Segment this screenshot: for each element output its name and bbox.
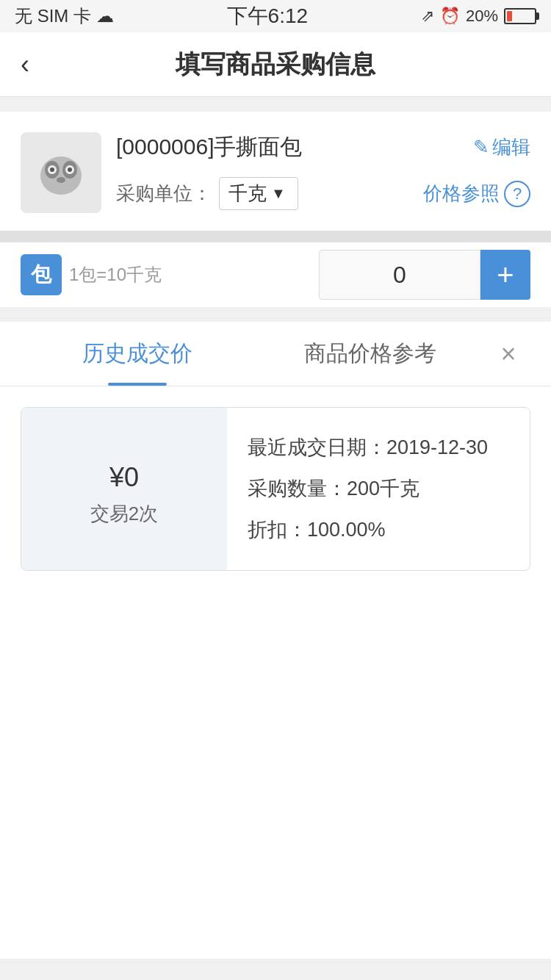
status-left: 无 SIM 卡 ☁ <box>15 4 114 28</box>
nav-bar: ‹ 填写商品采购信息 <box>0 32 551 97</box>
page-title: 填写商品采购信息 <box>176 48 375 82</box>
svg-point-7 <box>57 177 65 183</box>
bottom-fill <box>0 591 551 959</box>
unit-value: 千克 <box>228 181 267 206</box>
discount-row: 折扣：100.00% <box>248 516 509 544</box>
recent-date-label: 最近成交日期： <box>248 436 386 458</box>
section-divider <box>0 231 551 242</box>
svg-point-6 <box>68 167 72 172</box>
unit-label: 采购单位： 千克 ▼ <box>116 177 298 210</box>
recent-date-value: 2019-12-30 <box>386 436 488 458</box>
dropdown-icon: ▼ <box>271 185 286 202</box>
tab-history-label: 历史成交价 <box>82 339 192 369</box>
battery-icon <box>504 8 536 24</box>
product-card: [0000006]手撕面包 ✎ 编辑 采购单位： 千克 ▼ 价格参照 ? <box>0 112 551 231</box>
product-info: [0000006]手撕面包 ✎ 编辑 采购单位： 千克 ▼ 价格参照 ? <box>116 132 530 210</box>
edit-icon: ✎ <box>473 136 489 159</box>
edit-button[interactable]: ✎ 编辑 <box>473 134 530 160</box>
tab-content: ¥0 交易2次 最近成交日期：2019-12-30 采购数量：200千克 折扣：… <box>0 386 551 591</box>
edit-label: 编辑 <box>492 134 530 160</box>
battery-percent: 20% <box>466 7 498 26</box>
status-time: 下午6:12 <box>227 2 309 30</box>
svg-point-0 <box>40 156 82 195</box>
tab-product-label: 商品价格参考 <box>304 339 436 369</box>
status-right: ⇗ ⏰ 20% <box>421 7 536 26</box>
back-button[interactable]: ‹ <box>21 49 29 80</box>
tab-close-button[interactable]: × <box>486 332 530 376</box>
alarm-icon: ⏰ <box>440 7 460 26</box>
history-detail-section: 最近成交日期：2019-12-30 采购数量：200千克 折扣：100.00% <box>227 408 530 570</box>
price-number: 0 <box>124 462 139 492</box>
unit-select[interactable]: 千克 ▼ <box>219 177 298 210</box>
recent-date-row: 最近成交日期：2019-12-30 <box>248 434 509 462</box>
unit-note: 1包=10千克 <box>69 263 162 287</box>
price-ref-label: 价格参照 <box>423 181 500 206</box>
price-reference-button[interactable]: 价格参照 ? <box>423 181 530 207</box>
discount-value: 100.00% <box>307 519 386 541</box>
tab-active-indicator <box>108 383 167 386</box>
product-image <box>21 132 101 213</box>
tab-history-price[interactable]: 历史成交价 <box>21 322 253 386</box>
purchase-qty-value: 200千克 <box>347 478 419 500</box>
quantity-unit-info: 包 1包=10千克 <box>21 254 162 295</box>
quantity-input-row: 0 + <box>319 250 530 300</box>
tab-product-price[interactable]: 商品价格参考 <box>253 322 486 386</box>
tabs-section: 历史成交价 商品价格参考 × ¥0 交易2次 最近成交日期：2019-12-30… <box>0 322 551 591</box>
quantity-input[interactable]: 0 <box>319 250 480 300</box>
quantity-row: 包 1包=10千克 0 + <box>0 242 551 307</box>
quantity-plus-button[interactable]: + <box>480 250 530 300</box>
transaction-count: 交易2次 <box>90 501 158 527</box>
history-card: ¥0 交易2次 最近成交日期：2019-12-30 采购数量：200千克 折扣：… <box>21 407 530 571</box>
svg-point-5 <box>50 167 54 172</box>
history-price-value: ¥0 <box>109 451 139 495</box>
product-name: [0000006]手撕面包 <box>116 132 302 162</box>
purchase-qty-label: 采购数量： <box>248 478 347 500</box>
location-icon: ⇗ <box>421 7 434 26</box>
tabs-header: 历史成交价 商品价格参考 × <box>0 322 551 386</box>
purchase-qty-row: 采购数量：200千克 <box>248 475 509 503</box>
currency-symbol: ¥ <box>109 462 124 492</box>
history-price-section: ¥0 交易2次 <box>21 408 227 570</box>
help-icon: ? <box>504 181 530 207</box>
discount-label: 折扣： <box>248 519 307 541</box>
status-bar: 无 SIM 卡 ☁ 下午6:12 ⇗ ⏰ 20% <box>0 0 551 32</box>
unit-box: 包 <box>21 254 62 295</box>
sim-label: 无 SIM 卡 ☁ <box>15 4 114 28</box>
